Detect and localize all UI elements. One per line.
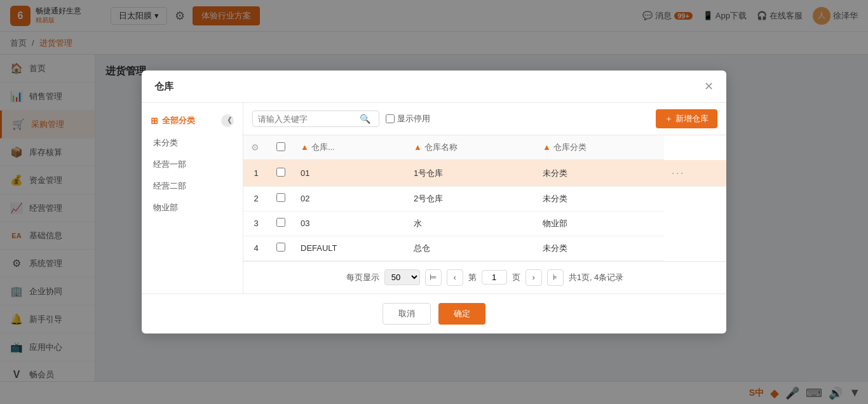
row-name: 2号仓库 (406, 186, 535, 211)
row-code: 02 (293, 186, 406, 211)
cancel-button[interactable]: 取消 (383, 303, 431, 325)
table-row[interactable]: 1 01 1号仓库 未分类 ··· (243, 160, 726, 187)
row-category: 未分类 (535, 186, 664, 211)
gear-th-icon: ⚙ (251, 142, 259, 152)
modal-footer: 取消 确定 (142, 293, 726, 333)
row-name: 1号仓库 (406, 160, 535, 187)
sort-icon-code: ▲ (301, 142, 309, 152)
category-item-ops1[interactable]: 经营一部 (142, 154, 243, 175)
search-input[interactable] (258, 114, 360, 124)
row-select-checkbox[interactable] (276, 193, 285, 202)
first-page-button[interactable]: ⊨ (425, 269, 442, 286)
category-item-unclassified[interactable]: 未分类 (142, 132, 243, 154)
prev-page-button[interactable]: ‹ (447, 269, 463, 286)
page-number-input[interactable] (482, 270, 507, 285)
page-word: 第 (468, 272, 477, 283)
warehouse-table: ⚙ ▲仓库... ▲仓库名称 ▲仓库分类 1 01 1号仓库 未分类 ··· 2 (243, 135, 726, 261)
row-checkbox-cell[interactable] (269, 186, 293, 211)
show-disabled-checkbox[interactable] (386, 114, 395, 123)
row-code: 01 (293, 160, 406, 187)
grid-icon: ⊞ (151, 116, 158, 126)
sort-icon-name: ▲ (414, 142, 422, 152)
table-toolbar: 🔍 显示停用 ＋ 新增仓库 (243, 103, 726, 135)
row-name: 水 (406, 211, 535, 236)
total-info: 共1页, 4条记录 (569, 272, 624, 283)
th-category: ▲仓库分类 (535, 135, 664, 160)
category-item-ops2[interactable]: 经营二部 (142, 175, 243, 197)
row-code: DEFAULT (293, 236, 406, 260)
th-checkbox (269, 135, 293, 160)
row-code: 03 (293, 211, 406, 236)
modal-overlay: 仓库 ✕ ⊞ 全部分类 《 未分类 经营一部 经营二部 (0, 0, 868, 404)
modal-body: ⊞ 全部分类 《 未分类 经营一部 经营二部 物业部 (142, 103, 726, 293)
table-row[interactable]: 3 03 水 物业部 (243, 211, 726, 236)
warehouse-modal: 仓库 ✕ ⊞ 全部分类 《 未分类 经营一部 经营二部 (142, 71, 726, 333)
table-scroll-area: ⚙ ▲仓库... ▲仓库名称 ▲仓库分类 1 01 1号仓库 未分类 ··· 2 (243, 135, 726, 261)
th-name: ▲仓库名称 (406, 135, 535, 160)
sort-icon-category: ▲ (543, 142, 551, 152)
row-number: 3 (243, 211, 269, 236)
category-item-property[interactable]: 物业部 (142, 197, 243, 219)
last-page-button[interactable]: ⊧ (547, 269, 564, 286)
modal-close-button[interactable]: ✕ (704, 79, 714, 93)
select-all-checkbox[interactable] (276, 142, 285, 151)
add-warehouse-button[interactable]: ＋ 新增仓库 (656, 109, 717, 128)
row-select-checkbox[interactable] (276, 218, 285, 227)
table-row[interactable]: 2 02 2号仓库 未分类 (243, 186, 726, 211)
show-disabled-label[interactable]: 显示停用 (386, 113, 430, 125)
show-disabled-text: 显示停用 (397, 113, 430, 125)
row-more-actions[interactable]: ··· (664, 160, 726, 187)
row-number: 2 (243, 186, 269, 211)
row-select-checkbox[interactable] (276, 168, 285, 177)
page-size-select[interactable]: 50 100 200 (384, 269, 420, 285)
row-category: 未分类 (535, 236, 664, 260)
table-panel: 🔍 显示停用 ＋ 新增仓库 ⚙ (243, 103, 726, 293)
modal-title: 仓库 (154, 81, 173, 93)
pagination: 每页显示 50 100 200 ⊨ ‹ 第 页 › ⊧ 共1页, 4条记录 (243, 261, 726, 293)
table-row[interactable]: 4 DEFAULT 总仓 未分类 (243, 236, 726, 260)
row-name: 总仓 (406, 236, 535, 260)
category-panel: ⊞ 全部分类 《 未分类 经营一部 经营二部 物业部 (142, 103, 243, 293)
confirm-button[interactable]: 确定 (438, 303, 485, 325)
category-all-label: 全部分类 (162, 115, 195, 126)
row-category: 未分类 (535, 160, 664, 187)
modal-header: 仓库 ✕ (142, 71, 726, 103)
page-unit: 页 (512, 272, 520, 283)
row-category: 物业部 (535, 211, 664, 236)
search-box: 🔍 (252, 111, 379, 127)
category-all-item[interactable]: ⊞ 全部分类 《 (142, 109, 243, 132)
row-checkbox-cell[interactable] (269, 236, 293, 260)
row-number: 4 (243, 236, 269, 260)
per-page-label: 每页显示 (346, 272, 379, 283)
search-icon: 🔍 (360, 114, 370, 124)
th-gear: ⚙ (243, 135, 269, 160)
next-page-button[interactable]: › (526, 269, 542, 286)
more-icon[interactable]: ··· (672, 166, 685, 179)
row-number: 1 (243, 160, 269, 187)
row-checkbox-cell[interactable] (269, 211, 293, 236)
collapse-button[interactable]: 《 (221, 114, 234, 127)
th-code: ▲仓库... (293, 135, 406, 160)
row-select-checkbox[interactable] (276, 243, 285, 252)
row-checkbox-cell[interactable] (269, 160, 293, 187)
